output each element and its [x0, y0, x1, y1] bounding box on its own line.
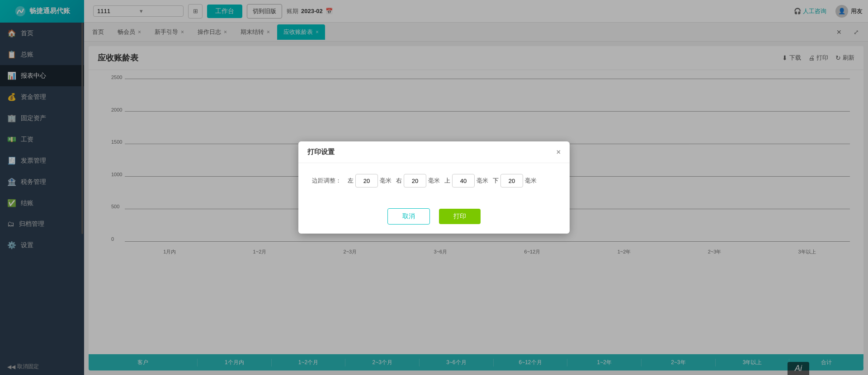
- margin-top-group: 上 毫米: [444, 174, 488, 188]
- top-label: 上: [444, 177, 450, 185]
- right-input[interactable]: [404, 174, 426, 188]
- margin-bottom-group: 下 毫米: [493, 174, 537, 188]
- left-input[interactable]: [355, 174, 378, 188]
- right-label: 右: [396, 177, 402, 185]
- modal-footer: 取消 打印: [298, 204, 570, 234]
- print-settings-modal: 打印设置 × 边距调整： 左 毫米 右 毫米 上 毫米: [298, 141, 570, 234]
- bottom-label: 下: [493, 177, 499, 185]
- modal-overlay: 打印设置 × 边距调整： 左 毫米 右 毫米 上 毫米: [0, 0, 868, 375]
- print-confirm-button[interactable]: 打印: [439, 209, 481, 224]
- modal-header: 打印设置 ×: [298, 141, 570, 163]
- top-input[interactable]: [452, 174, 475, 188]
- margin-right-group: 右 毫米: [396, 174, 440, 188]
- bottom-unit: 毫米: [525, 177, 537, 185]
- modal-close-button[interactable]: ×: [557, 148, 561, 156]
- left-unit: 毫米: [380, 177, 392, 185]
- right-unit: 毫米: [428, 177, 440, 185]
- left-label: 左: [348, 177, 354, 185]
- margin-row: 边距调整： 左 毫米 右 毫米 上 毫米 下: [312, 174, 556, 188]
- cancel-button[interactable]: 取消: [387, 208, 430, 225]
- bottom-input[interactable]: [500, 174, 523, 188]
- top-unit: 毫米: [476, 177, 488, 185]
- modal-body: 边距调整： 左 毫米 右 毫米 上 毫米 下: [298, 163, 570, 204]
- margin-label: 边距调整：: [312, 177, 341, 185]
- modal-title: 打印设置: [307, 148, 335, 156]
- margin-left-group: 左 毫米: [348, 174, 392, 188]
